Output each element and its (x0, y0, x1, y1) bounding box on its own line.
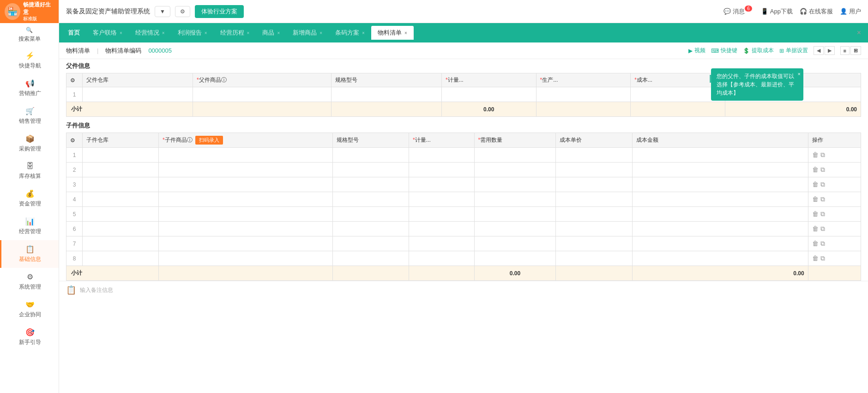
child-warehouse-1[interactable] (83, 148, 159, 163)
tab-home[interactable]: 首页 (61, 26, 86, 40)
child-unit-6[interactable] (409, 222, 474, 236)
child-unit-price-7[interactable] (556, 236, 632, 251)
tab-customer-close[interactable]: × (120, 30, 122, 36)
child-warehouse-7[interactable] (83, 236, 159, 251)
delete-icon-5[interactable]: 🗑 (812, 210, 819, 218)
delete-icon-8[interactable]: 🗑 (812, 254, 819, 262)
trial-btn[interactable]: 体验行业方案 (195, 5, 244, 18)
sidebar-item-finance[interactable]: 💰 资金管理 (0, 185, 59, 212)
child-qty-2[interactable] (474, 163, 556, 177)
tab-new-goods[interactable]: 新增商品 × (286, 26, 329, 40)
child-unit-price-4[interactable] (556, 192, 632, 207)
settings-doc-btn[interactable]: ⊞ 单据设置 (779, 47, 808, 54)
user-btn[interactable]: 👤 用户 (840, 7, 861, 16)
child-spec-6[interactable] (332, 222, 409, 236)
child-unit-price-6[interactable] (556, 222, 632, 236)
child-qty-1[interactable] (474, 148, 556, 163)
child-unit-price-3[interactable] (556, 177, 632, 192)
child-spec-7[interactable] (332, 236, 409, 251)
child-unit-price-2[interactable] (556, 163, 632, 177)
child-qty-3[interactable] (474, 177, 556, 192)
sidebar-item-purchase[interactable]: 📦 采购管理 (0, 130, 59, 157)
delete-icon-6[interactable]: 🗑 (812, 225, 819, 233)
child-warehouse-2[interactable] (83, 163, 159, 177)
child-unit-4[interactable] (409, 192, 474, 207)
child-unit-5[interactable] (409, 207, 474, 222)
child-goods-2[interactable] (159, 163, 333, 177)
sidebar-item-quicknav[interactable]: ⚡ 快捷导航 (0, 47, 59, 74)
cost-btn[interactable]: 💲 提取成本 (743, 47, 774, 54)
sidebar-item-sales[interactable]: 🛒 销售管理 (0, 102, 59, 130)
child-goods-5[interactable] (159, 207, 333, 222)
sidebar-item-basic-info[interactable]: 📋 基础信息 (0, 240, 59, 268)
child-qty-4[interactable] (474, 192, 556, 207)
child-unit-2[interactable] (409, 163, 474, 177)
tab-bom[interactable]: 物料清单 × (371, 26, 414, 40)
child-unit-price-1[interactable] (556, 148, 632, 163)
child-qty-7[interactable] (474, 236, 556, 251)
tab-barcode[interactable]: 条码方案 × (329, 26, 371, 40)
child-qty-5[interactable] (474, 207, 556, 222)
delete-icon-7[interactable]: 🗑 (812, 240, 819, 248)
child-goods-1[interactable] (159, 148, 333, 163)
child-spec-2[interactable] (332, 163, 409, 177)
tab-customer[interactable]: 客户联络 × (86, 26, 129, 40)
child-warehouse-6[interactable] (83, 222, 159, 236)
parent-produce-1[interactable] (536, 87, 631, 102)
copy-icon-4[interactable]: ⧉ (820, 195, 825, 203)
child-unit-7[interactable] (409, 236, 474, 251)
child-unit-1[interactable] (409, 148, 474, 163)
tab-profit[interactable]: 利润报告 × (171, 26, 214, 40)
child-warehouse-4[interactable] (83, 192, 159, 207)
tab-barcode-close[interactable]: × (362, 30, 365, 36)
child-qty-6[interactable] (474, 222, 556, 236)
sidebar-item-marketing[interactable]: 📢 营销推广 (0, 74, 59, 102)
delete-icon-3[interactable]: 🗑 (812, 181, 819, 188)
child-goods-4[interactable] (159, 192, 333, 207)
copy-icon-5[interactable]: ⧉ (820, 210, 825, 218)
tab-goods-close[interactable]: × (277, 30, 280, 36)
settings-btn[interactable]: ⚙ (175, 6, 190, 17)
child-qty-8[interactable] (474, 251, 556, 266)
child-spec-5[interactable] (332, 207, 409, 222)
sidebar-item-operations[interactable]: 📊 经营管理 (0, 212, 59, 240)
copy-icon-7[interactable]: ⧉ (820, 240, 825, 248)
child-unit-3[interactable] (409, 177, 474, 192)
list-view-btn[interactable]: ≡ (840, 46, 850, 55)
parent-unit-1[interactable] (441, 87, 536, 102)
sidebar-item-guide[interactable]: 🎯 新手引导 (0, 323, 59, 351)
child-unit-price-8[interactable] (556, 251, 632, 266)
view-video-btn[interactable]: ▶ 视频 (688, 47, 705, 54)
tab-bom-close[interactable]: × (404, 30, 407, 36)
child-warehouse-8[interactable] (83, 251, 159, 266)
prev-btn[interactable]: ◀ (814, 46, 824, 55)
tab-history-close[interactable]: × (247, 30, 250, 36)
copy-icon-3[interactable]: ⧉ (820, 181, 825, 188)
child-goods-8[interactable] (159, 251, 333, 266)
close-all-btn[interactable]: × (852, 29, 866, 37)
child-goods-6[interactable] (159, 222, 333, 236)
child-spec-3[interactable] (332, 177, 409, 192)
message-btn[interactable]: 💬 消息 6 (723, 7, 754, 16)
tab-operations-close[interactable]: × (162, 30, 165, 36)
parent-goods-1[interactable] (193, 87, 331, 102)
grid-view-btn[interactable]: ⊞ (850, 46, 861, 55)
tab-new-goods-close[interactable]: × (319, 30, 322, 36)
sidebar-item-search[interactable]: 🔍 搜索菜单 (0, 23, 59, 47)
child-warehouse-3[interactable] (83, 177, 159, 192)
sidebar-item-inventory[interactable]: 🗄 库存核算 (0, 157, 59, 185)
child-col-settings[interactable]: ⚙ (66, 133, 83, 148)
child-spec-1[interactable] (332, 148, 409, 163)
tab-goods[interactable]: 商品 × (256, 26, 286, 40)
tab-operations[interactable]: 经营情况 × (129, 26, 171, 40)
child-goods-3[interactable] (159, 177, 333, 192)
sidebar-item-enterprise[interactable]: 🤝 企业协同 (0, 296, 59, 323)
parent-col-settings[interactable]: ⚙ (66, 73, 83, 87)
delete-icon-2[interactable]: 🗑 (812, 166, 819, 174)
copy-icon-1[interactable]: ⧉ (820, 151, 825, 159)
tab-profit-close[interactable]: × (205, 30, 207, 36)
online-service-btn[interactable]: 🎧 在线客服 (800, 7, 833, 16)
child-goods-7[interactable] (159, 236, 333, 251)
tab-history[interactable]: 经营历程 × (214, 26, 256, 40)
parent-spec-1[interactable] (332, 87, 442, 102)
